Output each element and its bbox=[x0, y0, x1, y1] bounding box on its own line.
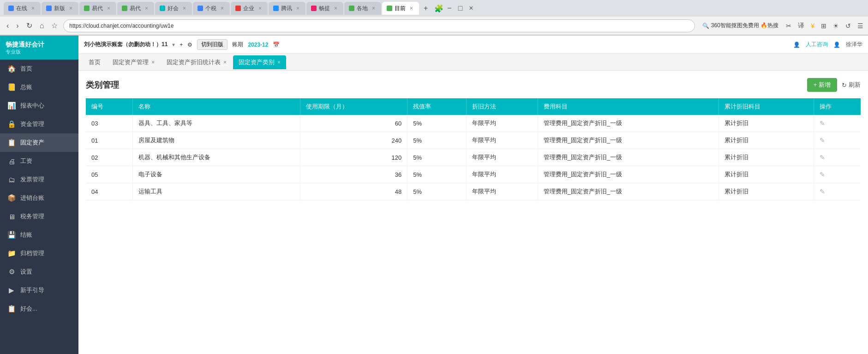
category-table: 编号名称使用期限（月）残值率折旧方法费用科目累计折旧科目操作 03 器具、工具、… bbox=[86, 98, 861, 200]
sidebar-item-settle[interactable]: 💾结账 bbox=[0, 226, 78, 244]
back-button[interactable]: ‹ bbox=[5, 20, 11, 32]
address-input[interactable] bbox=[63, 19, 695, 32]
forward-button[interactable]: › bbox=[14, 20, 20, 32]
row-code: 03 bbox=[86, 115, 132, 132]
sidebar-item-archive[interactable]: 📁归档管理 bbox=[0, 244, 78, 263]
grid-icon[interactable]: ⊞ bbox=[821, 22, 826, 30]
app-tab-close-icon[interactable]: × bbox=[223, 59, 227, 66]
browser-tab[interactable]: 新版× bbox=[42, 2, 78, 15]
row-period: 120 bbox=[300, 149, 407, 166]
sun-icon[interactable]: ☀ bbox=[833, 22, 839, 30]
browser-tab[interactable]: 企业× bbox=[231, 2, 268, 15]
row-action[interactable]: ✎ bbox=[814, 166, 861, 183]
minimize-icon[interactable]: − bbox=[444, 4, 454, 12]
row-residual: 5% bbox=[407, 115, 467, 132]
table-column-header: 费用科目 bbox=[538, 98, 718, 115]
table-row: 02 机器、机械和其他生产设备 120 5% 年限平均 管理费用_固定资产折旧_… bbox=[86, 149, 861, 166]
sidebar-item-ledger[interactable]: 📒总账 bbox=[0, 78, 78, 96]
asset-icon: 📋 bbox=[7, 138, 16, 147]
app-tab-label: 固定资产折旧统计表 bbox=[167, 58, 221, 66]
edit-icon[interactable]: ✎ bbox=[820, 137, 825, 144]
add-button[interactable]: + 新增 bbox=[807, 78, 837, 92]
row-action[interactable]: ✎ bbox=[814, 183, 861, 200]
app-tab-3[interactable]: 固定资产类别× bbox=[233, 55, 286, 69]
browser-tab[interactable]: 各地× bbox=[344, 2, 381, 15]
settle-icon: 💾 bbox=[7, 231, 16, 239]
browser-tab[interactable]: 个税× bbox=[193, 2, 230, 15]
row-accum-subject: 累计折旧 bbox=[718, 183, 814, 200]
app-tab-label: 首页 bbox=[89, 58, 101, 66]
home-icon: 🏠 bbox=[7, 65, 16, 73]
row-name: 房屋及建筑物 bbox=[132, 132, 300, 149]
settings-icon[interactable]: ⚙ bbox=[187, 42, 192, 48]
row-residual: 5% bbox=[407, 149, 467, 166]
app-tab-close-icon[interactable]: × bbox=[151, 59, 155, 66]
app-tab-close-icon[interactable]: × bbox=[277, 59, 281, 66]
row-action[interactable]: ✎ bbox=[814, 149, 861, 166]
app-tab-2[interactable]: 固定资产折旧统计表× bbox=[161, 55, 232, 69]
sidebar-item-label: 首页 bbox=[20, 65, 32, 73]
chevron-down-icon[interactable]: ▾ bbox=[172, 42, 175, 48]
sidebar-item-home[interactable]: 🏠首页 bbox=[0, 60, 78, 78]
page-header: 类别管理 + 新增 ↻ 刷新 bbox=[86, 78, 861, 92]
row-name: 运输工具 bbox=[132, 183, 300, 200]
app-tab-1[interactable]: 固定资产管理× bbox=[107, 55, 160, 69]
refresh-button[interactable]: ↻ 刷新 bbox=[842, 81, 861, 89]
service-label[interactable]: 人工咨询 bbox=[806, 41, 828, 48]
sidebar-item-label: 进销台账 bbox=[20, 194, 44, 202]
app-tab-0[interactable]: 首页 bbox=[83, 55, 106, 69]
sidebar-item-report[interactable]: 📊报表中心 bbox=[0, 96, 78, 115]
browser-tab[interactable]: 好会× bbox=[155, 2, 192, 15]
sidebar-item-tax[interactable]: 🖥税务管理 bbox=[0, 207, 78, 226]
table-row: 05 电子设备 36 5% 年限平均 管理费用_固定资产折旧_一级 累计折旧 ✎ bbox=[86, 166, 861, 183]
search-label: 🔍 bbox=[702, 23, 709, 29]
edit-icon[interactable]: ✎ bbox=[820, 171, 825, 178]
calendar-icon[interactable]: 📅 bbox=[273, 42, 280, 48]
home-button[interactable]: ⌂ bbox=[38, 20, 46, 32]
settings-icon: ⚙ bbox=[7, 268, 16, 276]
close-window-icon[interactable]: × bbox=[466, 4, 476, 12]
row-method: 年限平均 bbox=[467, 183, 538, 200]
browser-tab[interactable]: 易代× bbox=[79, 2, 116, 15]
sidebar-item-fund[interactable]: 🔒资金管理 bbox=[0, 115, 78, 133]
sidebar-item-more[interactable]: 📋好会... bbox=[0, 300, 78, 318]
row-action[interactable]: ✎ bbox=[814, 132, 861, 149]
search-text[interactable]: 360智能抠图免费用 🔥热搜 bbox=[711, 22, 778, 30]
sidebar-item-stock[interactable]: 📦进销台账 bbox=[0, 189, 78, 207]
menu-icon[interactable]: ☰ bbox=[857, 22, 863, 30]
translate-icon[interactable]: 译 bbox=[798, 22, 804, 30]
version-switch-button[interactable]: 切到旧版 bbox=[197, 39, 227, 50]
refresh-button[interactable]: ↻ bbox=[24, 19, 34, 32]
content-area: 类别管理 + 新增 ↻ 刷新 编号名称使用期限（月）残值率折旧方法费用科目累计折… bbox=[78, 71, 868, 354]
app-topbar: 刘小艳演示账套（勿删勿动！）11 ▾ + ⚙ 切到旧版 账期 2023-12 📅… bbox=[78, 36, 868, 54]
bookmark-button[interactable]: ☆ bbox=[49, 19, 60, 32]
history-icon[interactable]: ↺ bbox=[845, 22, 851, 30]
table-column-header: 编号 bbox=[86, 98, 132, 115]
browser-tab[interactable]: 腾讯× bbox=[269, 2, 305, 15]
add-company-icon[interactable]: + bbox=[180, 42, 183, 48]
new-tab-icon[interactable]: + bbox=[420, 4, 431, 12]
maximize-icon[interactable]: □ bbox=[455, 4, 466, 12]
browser-tab[interactable]: 目前× bbox=[382, 2, 419, 15]
browser-tab[interactable]: 畅提× bbox=[306, 2, 343, 15]
payroll-icon: 🖨 bbox=[7, 157, 16, 165]
logo-text-main: 畅捷通好会计 bbox=[6, 40, 73, 48]
edit-icon[interactable]: ✎ bbox=[820, 154, 825, 161]
sidebar-item-invoice[interactable]: 🗂发票管理 bbox=[0, 170, 78, 189]
row-action[interactable]: ✎ bbox=[814, 115, 861, 132]
sidebar-item-settings[interactable]: ⚙设置 bbox=[0, 263, 78, 281]
company-name: 刘小艳演示账套（勿删勿动！）11 bbox=[84, 41, 168, 48]
edit-icon[interactable]: ✎ bbox=[820, 188, 825, 195]
sidebar-item-asset[interactable]: 📋固定资产 bbox=[0, 133, 78, 152]
sidebar-item-guide[interactable]: ▶新手引导 bbox=[0, 281, 78, 300]
extensions-icon[interactable]: 🧩 bbox=[434, 4, 443, 13]
browser-tab[interactable]: 在线× bbox=[4, 2, 41, 15]
app-tab-label: 固定资产管理 bbox=[113, 58, 149, 66]
browser-tab[interactable]: 易代× bbox=[117, 2, 154, 15]
row-method: 年限平均 bbox=[467, 132, 538, 149]
edit-icon[interactable]: ✎ bbox=[820, 120, 825, 127]
row-accum-subject: 累计折旧 bbox=[718, 132, 814, 149]
scissors-icon[interactable]: ✂ bbox=[786, 22, 791, 30]
wallet-icon[interactable]: ¥ bbox=[811, 22, 814, 30]
sidebar-item-payroll[interactable]: 🖨工资 bbox=[0, 152, 78, 170]
